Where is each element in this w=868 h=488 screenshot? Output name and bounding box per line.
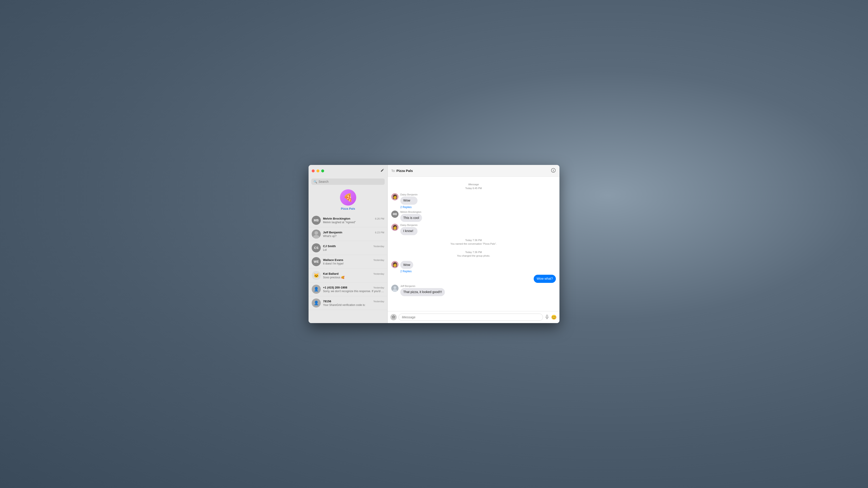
msg-sender-melvin: Melvin Brockington [400,210,422,213]
maximize-button[interactable] [321,169,324,172]
msg-avatar-melvin: MB [391,210,399,218]
bubble-jeff-pizza: That pizza, it looked good!!! [400,288,445,296]
conv-preview-phone: Sorry, we don't recognize this response.… [323,290,384,293]
system-msg-named: Today 7:36 PM You named the conversation… [391,238,556,246]
msg-content-melvin: Melvin Brockington This is cool [400,210,422,222]
msg-content-jeff-pizza: Jeff Benjamin That pizza, it looked good… [400,285,445,296]
msg-sender-daisy2: Daisy Benjamin [400,224,417,226]
conv-details-phone: +1 (415) 200-1908 Yesterday Sorry, we do… [323,286,384,293]
minimize-button[interactable] [316,169,319,172]
conv-details-78156: 78156 Yesterday Your ShareGrid verificat… [323,300,384,306]
msg-avatar-daisy2: 👩 [391,224,399,231]
close-button[interactable] [312,169,315,172]
messages-area: iMessage Today 6:45 PM 👩 Daisy Benjamin … [388,177,559,311]
conv-item-jeff[interactable]: Jeff Benjamin 6:23 PM What's up? [309,227,388,241]
avatar-jeff [312,230,321,238]
sidebar: 🔍 🍕 Pizza Pals MB Melvin Brockington 6:2… [309,165,388,323]
conv-time-kat: Yesterday [373,272,384,275]
svg-text:i: i [553,169,554,172]
search-input[interactable] [318,180,382,184]
bubble-wow2: Wow [400,261,413,269]
msg-content-daisy-iknow: Daisy Benjamin I know! [400,224,417,235]
conv-preview-kat: Sooo precious 🥰 [323,276,384,279]
avatar-wallace: WE [312,257,321,266]
conv-item-78156[interactable]: 👤 78156 Yesterday Your ShareGrid verific… [309,296,388,310]
titlebar [309,165,388,177]
system-msg-imessage-title: iMessage [391,183,556,186]
conv-time-cj: Yesterday [373,245,384,248]
conv-preview-jeff: What's up? [323,234,384,238]
conv-item-cj[interactable]: CS CJ Smith Yesterday Lol [309,241,388,255]
bubble-daisy-iknow: I know! [400,227,417,235]
msg-sender-jeff: Jeff Benjamin [400,285,445,287]
conv-details-jeff: Jeff Benjamin 6:23 PM What's up? [323,231,384,238]
message-row-daisy-iknow: 👩 Daisy Benjamin I know! [391,224,556,235]
system-msg-photo: Today 7:36 PM You changed the group phot… [391,250,556,258]
conv-item-wallace[interactable]: WE Wallace Evans Yesterday It does! I'm … [309,255,388,269]
system-msg-photo-title: Today 7:36 PM [391,250,556,254]
message-row-daisy-wow: 👩 Daisy Benjamin Wow 2 Replies [391,193,556,209]
message-row-wowwhat: Wow what? [391,275,556,283]
to-label: To: [391,169,396,173]
bubble-daisy-wow: Wow [400,197,417,205]
conv-name-78156: 78156 [323,300,331,303]
conv-item-melvin[interactable]: MB Melvin Brockington 6:26 PM Melvin lau… [309,214,388,227]
msg-avatar-daisy3: 👩 [391,261,399,268]
info-button[interactable]: i [551,168,556,174]
msg-sender-daisy1: Daisy Benjamin [400,193,417,196]
msg-avatar-daisy1: 👩 [391,193,399,200]
msg-content-wowwhat: Wow what? [534,275,556,283]
avatar-phone: 👤 [312,285,321,294]
emoji-button[interactable]: 😊 [551,315,557,320]
chat-area: To: Pizza Pals i iMessage Today 6:45 PM … [388,165,559,323]
compose-button[interactable] [380,168,384,173]
message-row-jeff-pizza: Jeff Benjamin That pizza, it looked good… [391,285,556,296]
msg-avatar-jeff [391,285,399,292]
system-msg-named-subtitle: You named the conversation "Pizza Pals". [391,242,556,246]
system-msg-imessage-subtitle: Today 6:45 PM [391,186,556,190]
message-input[interactable] [399,314,543,321]
conv-time-78156: Yesterday [373,300,384,303]
avatar-kat: 🐱 [312,271,321,280]
conv-details-cj: CJ Smith Yesterday Lol [323,245,384,252]
group-avatar: 🍕 [340,189,356,205]
bubble-wowwhat: Wow what? [534,275,556,283]
conv-preview-78156: Your ShareGrid verification code is: [323,303,384,306]
conv-preview-cj: Lol [323,248,384,252]
conv-details-melvin: Melvin Brockington 6:26 PM Melvin laughe… [323,217,384,224]
app-store-button[interactable] [391,314,397,320]
chat-header: To: Pizza Pals i [388,165,559,177]
replies-wow2[interactable]: 2 Replies [400,270,413,273]
conv-name-jeff: Jeff Benjamin [323,231,342,234]
conv-preview-wallace: It does! I'm hype! [323,262,384,265]
replies-daisy-wow[interactable]: 2 Replies [400,205,417,209]
conv-item-phone[interactable]: 👤 +1 (415) 200-1908 Yesterday Sorry, we … [309,283,388,296]
system-msg-imessage: iMessage Today 6:45 PM [391,183,556,190]
conv-name-phone: +1 (415) 200-1908 [323,286,347,289]
conv-name-cj: CJ Smith [323,245,336,248]
message-row-wow2: 👩 Wow 2 Replies [391,261,556,273]
search-icon: 🔍 [313,180,317,184]
chat-group-name: Pizza Pals [397,169,413,173]
conv-time-phone: Yesterday [373,286,384,289]
svg-rect-7 [546,315,548,317]
group-name-label: Pizza Pals [341,207,355,210]
audio-button[interactable] [545,315,549,320]
system-msg-photo-subtitle: You changed the group photo. [391,254,556,258]
svg-point-1 [313,235,319,238]
msg-content-wow2: Wow 2 Replies [400,261,413,273]
bubble-melvin-cool: This is cool [400,214,422,222]
avatar-78156: 👤 [312,298,321,307]
conv-time-melvin: 6:26 PM [375,217,384,220]
group-avatar-section: 🍕 Pizza Pals [309,187,388,214]
search-bar[interactable]: 🔍 [311,178,385,185]
conv-item-kat[interactable]: 🐱 Kat Ballard Yesterday Sooo precious 🥰 [309,269,388,283]
traffic-lights [312,169,324,172]
conv-name-wallace: Wallace Evans [323,258,343,262]
conv-name-kat: Kat Ballard [323,272,339,275]
conv-time-jeff: 6:23 PM [375,231,384,234]
conv-details-wallace: Wallace Evans Yesterday It does! I'm hyp… [323,258,384,265]
messages-window: 🔍 🍕 Pizza Pals MB Melvin Brockington 6:2… [309,165,559,323]
conv-preview-melvin: Melvin laughed at "Agreed" [323,221,384,224]
conv-details-kat: Kat Ballard Yesterday Sooo precious 🥰 [323,272,384,279]
